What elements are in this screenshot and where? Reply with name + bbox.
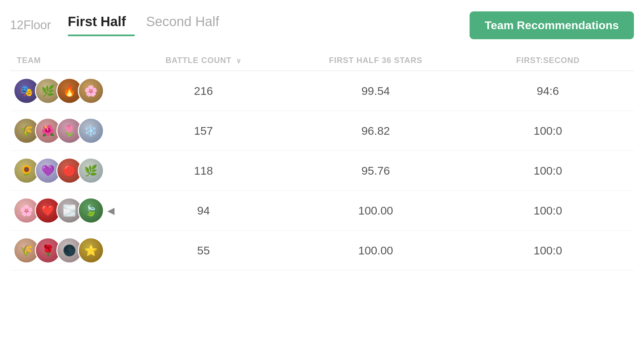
header: 12Floor First Half Second Half Team Reco…	[10, 0, 634, 44]
first-half-stars-2: 96.82	[289, 124, 462, 137]
tab-second-half[interactable]: Second Half	[146, 14, 219, 33]
first-second-5: 100:0	[462, 244, 634, 257]
avatar-group-4: 🌸 ❤️ 🌫️ 🍃	[13, 197, 104, 224]
tabs-row: First Half Second Half	[68, 14, 219, 33]
avatar-group-2: 🌾 🌺 🌷 ❄️	[13, 118, 104, 144]
avatar-group-1: 🎭 🌿 🔥 🌸	[13, 78, 104, 104]
team-avatars-2: 🌾 🌺 🌷 ❄️	[10, 118, 117, 144]
first-half-stars-1: 99.54	[289, 84, 462, 98]
first-second-3: 100:0	[462, 164, 634, 177]
team-avatars-3: 🌻 💜 🔴 🌿	[10, 158, 117, 184]
first-half-stars-3: 95.76	[289, 164, 462, 177]
table-container: TEAM BATTLE COUNT ∨ FIRST HALF 36 STARS …	[10, 50, 634, 270]
first-second-1: 94:6	[462, 84, 634, 98]
table-row: 🌸 ❤️ 🌫️ 🍃 ◀ 94 100.00 100:0	[10, 191, 634, 231]
tab-first-half[interactable]: First Half	[68, 14, 126, 33]
page-container: 12Floor First Half Second Half Team Reco…	[0, 0, 644, 362]
first-second-4: 100:0	[462, 204, 634, 217]
battle-count-4: 94	[117, 204, 289, 217]
col-header-first-half-stars: FIRST HALF 36 STARS	[289, 56, 462, 65]
battle-count-2: 157	[117, 124, 289, 137]
sort-arrow-icon: ∨	[236, 57, 241, 65]
avatar-group-5: 🌾 🌹 🌑 ⭐	[13, 237, 104, 263]
battle-count-3: 118	[117, 164, 289, 177]
avatar: 🌸	[78, 78, 104, 104]
col-header-team: TEAM	[10, 56, 117, 65]
table-header: TEAM BATTLE COUNT ∨ FIRST HALF 36 STARS …	[10, 50, 634, 71]
team-avatars-5: 🌾 🌹 🌑 ⭐	[10, 237, 117, 263]
col-header-battle-count[interactable]: BATTLE COUNT ∨	[117, 56, 289, 65]
battle-count-1: 216	[117, 84, 289, 98]
header-left: 12Floor First Half Second Half	[10, 14, 219, 36]
avatar: 🌿	[78, 158, 104, 184]
tabs: First Half Second Half	[68, 14, 219, 36]
team-recommendations-button[interactable]: Team Recommendations	[470, 11, 634, 39]
battle-count-5: 55	[117, 244, 289, 257]
team-avatars-1: 🎭 🌿 🔥 🌸	[10, 78, 117, 104]
table-row: 🎭 🌿 🔥 🌸 216 99.54 94:6	[10, 71, 634, 111]
first-second-2: 100:0	[462, 124, 634, 137]
avatar: ⭐	[78, 237, 104, 263]
first-half-stars-4: 100.00	[289, 204, 462, 217]
avatar-group-3: 🌻 💜 🔴 🌿	[13, 158, 104, 184]
avatar: ❄️	[78, 118, 104, 144]
avatar: 🍃	[78, 197, 104, 224]
tab-underline	[68, 35, 135, 36]
table-row: 🌾 🌺 🌷 ❄️ 157 96.82 100:0	[10, 111, 634, 151]
team-avatars-4: 🌸 ❤️ 🌫️ 🍃 ◀	[10, 197, 117, 224]
table-row: 🌻 💜 🔴 🌿 118 95.76 100:0	[10, 151, 634, 191]
first-half-stars-5: 100.00	[289, 244, 462, 257]
col-header-first-second: FIRST:SECOND	[462, 56, 634, 65]
play-icon: ◀	[107, 205, 115, 216]
table-row: 🌾 🌹 🌑 ⭐ 55 100.00 100:0	[10, 231, 634, 270]
floor-label: 12Floor	[10, 18, 51, 32]
